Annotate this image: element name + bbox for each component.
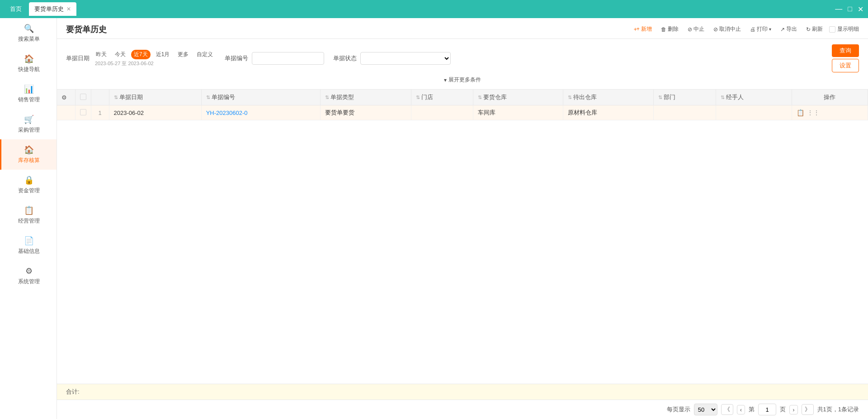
row-edit-icon[interactable]: 📋	[797, 109, 804, 116]
row-checkbox[interactable]	[80, 109, 86, 115]
query-button[interactable]: 查询	[832, 44, 859, 57]
cancel-stop-icon: ⊘	[713, 26, 718, 33]
sidebar-item-quick-nav[interactable]: 🏠 快捷导航	[0, 48, 57, 79]
show-detail-toggle[interactable]: 显示明细	[829, 25, 859, 33]
shortcut-today[interactable]: 今天	[112, 50, 128, 59]
page-size-label: 每页显示	[667, 405, 690, 414]
sidebar-item-purchase-mgmt[interactable]: 🛒 采购管理	[0, 109, 57, 139]
filter-doc-no: 单据编号	[225, 52, 324, 65]
shortcut-custom[interactable]: 自定义	[194, 50, 216, 59]
row-store	[411, 105, 473, 120]
th-handler[interactable]: 经手人	[716, 90, 792, 105]
doc-no-input[interactable]	[252, 52, 324, 65]
page-title: 要货单历史	[66, 24, 107, 38]
filter-doc-date: 单据日期 昨天 今天 近7天 近1月 更多 自定义 2023-05-27 至 2…	[66, 50, 216, 67]
refresh-icon: ↻	[806, 26, 811, 33]
page-title-bar: 要货单历史 + + 新增 🗑 删除 ⊘ 中止 ⊘ 取消中止	[57, 18, 868, 39]
sidebar: 🔍 搜索菜单 🏠 快捷导航 📊 销售管理 🛒 采购管理 🏠 库存核算 🔒 资金管…	[0, 18, 57, 419]
stop-button[interactable]: ⊘ 中止	[685, 24, 707, 35]
th-department[interactable]: 部门	[654, 90, 716, 105]
page-suffix-label: 页	[780, 405, 786, 414]
last-page-button[interactable]: 》	[802, 404, 814, 415]
sidebar-item-asset-mgmt[interactable]: 🔒 资金管理	[0, 170, 57, 200]
table-footer: 合计:	[57, 384, 868, 400]
select-all-checkbox[interactable]	[80, 94, 86, 100]
asset-mgmt-icon: 🔒	[24, 175, 34, 185]
row-doc-date: 2023-06-02	[109, 105, 201, 120]
refresh-button[interactable]: ↻ 刷新	[803, 24, 826, 35]
doc-status-select[interactable]	[360, 52, 451, 65]
first-page-button[interactable]: 《	[721, 404, 733, 415]
shortcut-more[interactable]: 更多	[175, 50, 191, 59]
toolbar: + + 新增 🗑 删除 ⊘ 中止 ⊘ 取消中止 🖨 打印	[631, 24, 859, 38]
th-req-warehouse[interactable]: 要货仓库	[473, 90, 563, 105]
search-menu-icon: 🔍	[24, 24, 34, 33]
doc-no-label: 单据编号	[225, 54, 248, 62]
row-action: 📋 ⋮⋮	[792, 105, 868, 120]
print-button[interactable]: 🖨 打印 ▾	[747, 24, 774, 35]
sidebar-item-sys-mgmt[interactable]: ⚙ 系统管理	[0, 261, 57, 291]
doc-date-label: 单据日期	[66, 54, 90, 62]
th-store[interactable]: 门店	[411, 90, 473, 105]
tab-home[interactable]: 首页	[5, 2, 27, 16]
basic-info-icon: 📄	[24, 236, 34, 246]
top-bar: 首页 要货单历史 ✕ — □ ✕	[0, 0, 868, 18]
th-pending-warehouse[interactable]: 待出仓库	[563, 90, 654, 105]
row-pending-warehouse: 原材料仓库	[563, 105, 654, 120]
sidebar-item-inventory[interactable]: 🏠 库存核算	[0, 139, 57, 170]
delete-button[interactable]: 🗑 删除	[658, 24, 681, 35]
shortcut-1month[interactable]: 近1月	[153, 50, 173, 59]
page-number-input[interactable]	[758, 404, 776, 415]
ops-mgmt-icon: 📋	[24, 205, 34, 215]
th-settings: ⚙	[57, 90, 75, 105]
row-more-icon[interactable]: ⋮⋮	[807, 109, 820, 116]
page-size-select[interactable]: 50 100 200	[694, 404, 717, 415]
maximize-icon[interactable]: □	[848, 5, 852, 13]
doc-status-label: 单据状态	[333, 54, 357, 62]
doc-no-link[interactable]: YH-20230602-0	[206, 110, 248, 116]
close-tab-icon[interactable]: ✕	[66, 6, 71, 12]
shortcut-7days[interactable]: 近7天	[131, 50, 151, 59]
filter-doc-status: 单据状态	[333, 52, 451, 65]
prev-page-button[interactable]: ‹	[737, 405, 745, 414]
pagination-bar: 每页显示 50 100 200 《 ‹ 第 页 › 》 共1页，1条记录	[57, 400, 868, 419]
th-doc-no[interactable]: 单据编号	[201, 90, 320, 105]
date-filter-group: 昨天 今天 近7天 近1月 更多 自定义 2023-05-27 至 2023-0…	[93, 50, 216, 67]
th-action: 操作	[792, 90, 868, 105]
row-settings-col	[57, 105, 75, 120]
row-checkbox-col	[75, 105, 91, 120]
data-table: ⚙ 单据日期 单据编号 单据类型 门店 要货仓库 待出仓库 部门 经手人	[57, 90, 868, 120]
table-area: ⚙ 单据日期 单据编号 单据类型 门店 要货仓库 待出仓库 部门 经手人	[57, 90, 868, 384]
sidebar-item-search-menu[interactable]: 🔍 搜索菜单	[0, 18, 57, 48]
main-layout: 🔍 搜索菜单 🏠 快捷导航 📊 销售管理 🛒 采购管理 🏠 库存核算 🔒 资金管…	[0, 18, 868, 419]
inventory-icon: 🏠	[24, 145, 34, 155]
close-window-icon[interactable]: ✕	[858, 5, 863, 14]
cancel-stop-button[interactable]: ⊘ 取消中止	[711, 24, 744, 35]
sidebar-item-sales-mgmt[interactable]: 📊 销售管理	[0, 79, 57, 109]
shortcut-yesterday[interactable]: 昨天	[93, 50, 109, 59]
next-page-button[interactable]: ›	[789, 405, 797, 414]
page-prefix-label: 第	[749, 405, 755, 414]
date-range-display: 2023-05-27 至 2023-06-02	[95, 60, 216, 67]
new-button[interactable]: + + 新增	[631, 24, 655, 35]
minimize-icon[interactable]: —	[835, 5, 842, 13]
settings-col-icon[interactable]: ⚙	[61, 94, 67, 101]
table-header: ⚙ 单据日期 单据编号 单据类型 门店 要货仓库 待出仓库 部门 经手人	[57, 90, 868, 105]
delete-icon: 🗑	[661, 26, 666, 33]
show-detail-checkbox[interactable]	[829, 26, 835, 33]
expand-more-button[interactable]: ▾ 展开更多条件	[66, 76, 859, 84]
th-doc-date[interactable]: 单据日期	[109, 90, 201, 105]
tab-requisition-history[interactable]: 要货单历史 ✕	[29, 2, 76, 16]
sidebar-item-ops-mgmt[interactable]: 📋 经营管理	[0, 200, 57, 230]
sys-mgmt-icon: ⚙	[25, 266, 33, 276]
row-doc-no: YH-20230602-0	[201, 105, 320, 120]
total-info: 共1页，1条记录	[817, 405, 859, 414]
date-shortcuts: 昨天 今天 近7天 近1月 更多 自定义	[93, 50, 216, 59]
print-icon: 🖨	[750, 26, 755, 33]
sidebar-item-basic-info[interactable]: 📄 基础信息	[0, 230, 57, 261]
export-button[interactable]: ↗ 导出	[778, 24, 800, 35]
row-num: 1	[91, 105, 109, 120]
window-controls: — □ ✕	[835, 5, 863, 14]
th-doc-type[interactable]: 单据类型	[320, 90, 411, 105]
settings-button[interactable]: 设置	[832, 59, 859, 72]
